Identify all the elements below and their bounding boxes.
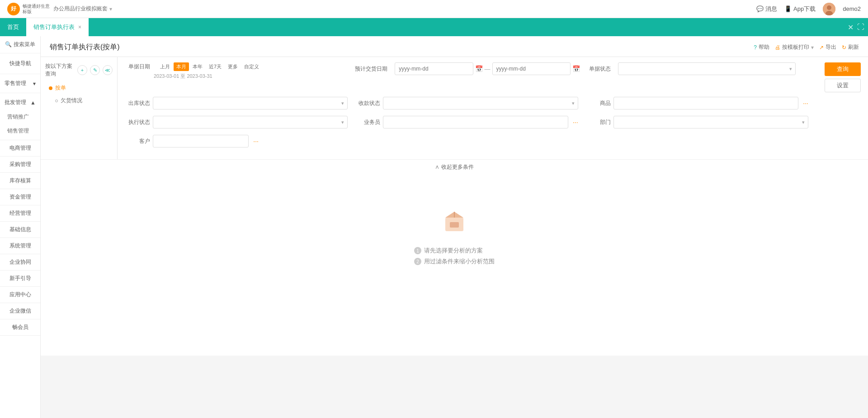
- customer-more-icon[interactable]: ···: [253, 138, 259, 145]
- customer-input[interactable]: [153, 135, 249, 147]
- sidebar-retail-header[interactable]: 零售管理 ▾: [0, 76, 40, 91]
- date-tab-7days[interactable]: 近7天: [206, 62, 224, 71]
- svg-point-1: [827, 5, 831, 10]
- sidebar-search-label: 搜索菜单: [14, 41, 35, 48]
- tip-number-2: 2: [414, 258, 421, 265]
- sidebar-item-system[interactable]: 系统管理: [0, 238, 40, 254]
- date-tab-this-month[interactable]: 本月: [174, 62, 189, 71]
- delivery-date-from-input[interactable]: [395, 62, 473, 75]
- calendar-from-icon[interactable]: 📅: [475, 65, 483, 72]
- print-arrow-icon: ▾: [811, 44, 814, 51]
- filter-row-3: 执行状态 业务员 ··· 部门: [125, 116, 861, 128]
- window-expand-button[interactable]: ⛶: [857, 23, 864, 31]
- sidebar-item-operations[interactable]: 经营管理: [0, 205, 40, 222]
- sidebar-item-ecommerce[interactable]: 电商管理: [0, 140, 40, 157]
- sidebar-item-wechat[interactable]: 企业微信: [0, 303, 40, 319]
- avatar[interactable]: [823, 3, 835, 15]
- shipment-status-label: 出库状态: [125, 100, 150, 107]
- page-header: 销售订单执行表(按单) ? 帮助 🖨 按模板打印 ▾ ↗ 导出 ↻ 刷新: [41, 36, 868, 57]
- salesperson-input[interactable]: [383, 116, 568, 128]
- date-field-group: 单据日期 上月 本月 本年 近7天 更多 自定义 2023-03-01 至 20…: [125, 62, 349, 81]
- print-icon: 🖨: [775, 44, 780, 51]
- help-button[interactable]: ? 帮助: [754, 43, 769, 51]
- scheme-dot-icon: [49, 86, 52, 90]
- doc-status-select[interactable]: [618, 62, 796, 75]
- query-button[interactable]: 查询: [825, 62, 861, 76]
- date-tab-prev-month[interactable]: 上月: [157, 62, 173, 71]
- main-layout: 🔍 搜索菜单 快捷导航 零售管理 ▾ 批发管理 ▲ 营销推广 销售管理 电商管理: [0, 36, 868, 418]
- tab-sales-order-label: 销售订单执行表: [33, 23, 75, 31]
- settings-button[interactable]: 设置: [825, 79, 861, 92]
- window-close-button[interactable]: ✕: [848, 23, 854, 32]
- sidebar-item-purchase[interactable]: 采购管理: [0, 157, 40, 173]
- sidebar-item-marketing[interactable]: 营销推广: [0, 110, 40, 124]
- app-download-button[interactable]: 📱 App下载: [784, 5, 816, 13]
- sidebar-item-member[interactable]: 畅会员: [0, 319, 40, 336]
- sidebar-item-quick-nav[interactable]: 快捷导航: [0, 56, 40, 71]
- tab-bar: 首页 销售订单执行表 × ✕ ⛶: [0, 18, 868, 36]
- filter-scheme-item-sub[interactable]: 欠货情况: [45, 95, 113, 107]
- sidebar-item-collab[interactable]: 企业协同: [0, 254, 40, 271]
- breadcrumb-arrow-icon[interactable]: ▾: [109, 6, 112, 12]
- filter-scheme-icons: + ✎ ≪: [77, 65, 113, 75]
- print-button[interactable]: 🖨 按模板打印 ▾: [775, 43, 814, 51]
- top-bar-right: 💬 消息 📱 App下载 demo2: [756, 3, 861, 15]
- delivery-date-label: 预计交货日期: [355, 65, 387, 73]
- exec-status-wrap: [153, 116, 348, 128]
- doc-status-field: 单据状态: [585, 62, 810, 75]
- sidebar-wholesale-header[interactable]: 批发管理 ▲: [0, 95, 40, 110]
- add-scheme-button[interactable]: +: [77, 65, 87, 75]
- goods-input-wrap: [613, 97, 799, 109]
- sidebar-quick-nav: 快捷导航: [0, 53, 40, 74]
- top-bar: 好 畅捷通好生意 标版 办公用品行业模拟账套 ▾ 💬 消息 📱 App下载 de…: [0, 0, 868, 18]
- exec-status-select[interactable]: [153, 116, 348, 128]
- sidebar-item-basic[interactable]: 基础信息: [0, 222, 40, 238]
- tab-close-icon[interactable]: ×: [78, 24, 81, 30]
- help-label: 帮助: [759, 43, 769, 51]
- delivery-date-inputs: 📅 — 📅: [395, 62, 580, 75]
- refresh-button[interactable]: ↻ 刷新: [842, 43, 859, 51]
- message-button[interactable]: 💬 消息: [756, 5, 777, 13]
- filter-scheme-item-main[interactable]: 按单: [45, 81, 113, 95]
- sidebar-item-newbie[interactable]: 新手引导: [0, 271, 40, 287]
- shipment-status-select[interactable]: [153, 97, 348, 109]
- tip-text-1: 请先选择要分析的方案: [424, 247, 483, 255]
- search-icon: 🔍: [5, 41, 12, 48]
- delivery-date-to-input[interactable]: [492, 62, 571, 75]
- collapse-bar[interactable]: ∧ 收起更多条件: [41, 159, 868, 175]
- export-button[interactable]: ↗ 导出: [819, 43, 836, 51]
- date-tab-this-year[interactable]: 本年: [190, 62, 205, 71]
- sidebar-item-appcenter[interactable]: 应用中心: [0, 287, 40, 303]
- content-area: 销售订单执行表(按单) ? 帮助 🖨 按模板打印 ▾ ↗ 导出 ↻ 刷新: [41, 36, 868, 418]
- sidebar-search[interactable]: 🔍 搜索菜单: [0, 36, 40, 53]
- edit-scheme-button[interactable]: ✎: [90, 65, 100, 75]
- tab-home[interactable]: 首页: [0, 18, 26, 36]
- sidebar-item-finance[interactable]: 资金管理: [0, 189, 40, 205]
- page-title: 销售订单执行表(按单): [50, 43, 120, 52]
- top-bar-left: 好 畅捷通好生意 标版 办公用品行业模拟账套 ▾: [7, 3, 112, 15]
- sidebar-item-inventory[interactable]: 库存核算: [0, 173, 40, 189]
- collapse-icon: ∧: [435, 164, 439, 170]
- collapse-scheme-button[interactable]: ≪: [103, 65, 113, 75]
- shipment-status-wrap: [153, 97, 348, 109]
- date-tab-more[interactable]: 更多: [225, 62, 241, 71]
- calendar-to-icon[interactable]: 📅: [572, 65, 580, 72]
- tab-sales-order[interactable]: 销售订单执行表 ×: [26, 18, 89, 36]
- receipt-status-select[interactable]: [383, 97, 578, 109]
- breadcrumb-text: 办公用品行业模拟账套: [53, 5, 108, 13]
- sidebar-item-sales[interactable]: 销售管理: [0, 124, 40, 138]
- department-select[interactable]: [613, 116, 808, 128]
- tip-text-2: 用过滤条件来缩小分析范围: [424, 257, 495, 266]
- date-tab-custom[interactable]: 自定义: [241, 62, 262, 71]
- help-icon: ?: [754, 44, 757, 51]
- customer-field: 客户 ···: [125, 135, 259, 147]
- salesperson-more-icon[interactable]: ···: [573, 119, 578, 126]
- data-area: 1 请先选择要分析的方案 2 用过滤条件来缩小分析范围: [41, 175, 868, 356]
- sidebar-sales-label: 销售管理: [7, 127, 29, 135]
- goods-input[interactable]: [613, 97, 799, 109]
- goods-field: 商品 ···: [585, 97, 808, 109]
- goods-more-icon[interactable]: ···: [803, 100, 808, 107]
- filter-panel: 按以下方案查询 + ✎ ≪ 按单 欠货情况: [41, 57, 868, 159]
- department-label: 部门: [585, 119, 611, 126]
- empty-illustration: [436, 202, 472, 247]
